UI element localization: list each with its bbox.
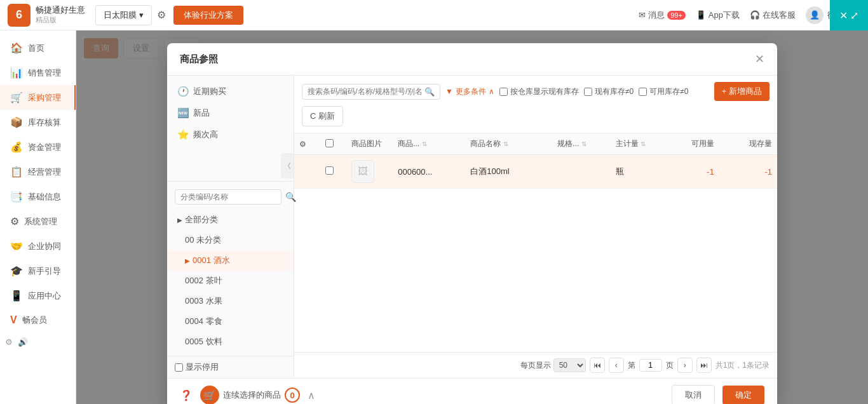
sidebar-item-enterprise[interactable]: 🤝 企业协同 — [0, 234, 76, 259]
filter-icon: ▼ — [445, 87, 453, 96]
th-spec[interactable]: 规格... ⇅ — [552, 133, 610, 155]
category-0003[interactable]: 0003 水果 — [167, 291, 294, 311]
th-stock: 现存量 — [719, 133, 777, 155]
guide-icon: 🎓 — [10, 265, 23, 277]
warehouse-checkbox[interactable] — [499, 88, 508, 96]
sidebar-item-basic[interactable]: 📑 基础信息 — [0, 184, 76, 209]
category-00-label: 00 未分类 — [185, 234, 221, 246]
table-row[interactable]: 🖼 000600... 白酒100ml 瓶 -1 — [294, 155, 777, 189]
sidebar-item-inventory[interactable]: 📦 库存核算 — [0, 110, 76, 135]
sidebar-item-purchase[interactable]: 🛒 采购管理 — [0, 85, 76, 110]
volume-icon[interactable]: 🔊 — [18, 337, 28, 347]
message-icon: ✉ — [639, 10, 646, 20]
sidebar-item-finance[interactable]: 💰 资金管理 — [0, 135, 76, 159]
th-check[interactable] — [320, 133, 346, 155]
category-0002[interactable]: 0002 茶叶 — [167, 271, 294, 291]
avail-nonzero-checkbox[interactable] — [639, 88, 647, 96]
category-0005[interactable]: 0005 饮料 — [167, 332, 294, 352]
sidebar-item-guide[interactable]: 🎓 新手引导 — [0, 259, 76, 283]
app-download-item[interactable]: 📱 App下载 — [696, 10, 740, 21]
th-name[interactable]: 商品名称 ⇅ — [465, 133, 552, 155]
category-00[interactable]: 00 未分类 — [167, 230, 294, 250]
cart-label: 连续选择的商品 — [223, 389, 281, 401]
cancel-button[interactable]: 取消 — [672, 385, 715, 404]
row-checkbox[interactable] — [325, 166, 334, 175]
last-page-button[interactable]: ⏭ — [696, 358, 712, 373]
select-all-checkbox[interactable] — [325, 139, 334, 147]
first-page-button[interactable]: ⏮ — [590, 358, 605, 373]
message-item[interactable]: ✉ 消息 99+ — [639, 10, 686, 21]
basic-icon: 📑 — [10, 191, 23, 203]
sales-icon: 📊 — [10, 67, 23, 79]
th-settings[interactable]: ⚙ — [294, 133, 320, 155]
nav-new[interactable]: 🆕 新品 — [167, 102, 294, 124]
logo-icon: 6 — [8, 4, 31, 27]
check-stock-nonzero[interactable]: 现有库存≠0 — [584, 86, 634, 97]
teal-expand-icon[interactable]: ⤢ — [850, 10, 858, 22]
collapse-area: 《 — [167, 151, 294, 178]
display-disabled-checkbox[interactable] — [175, 363, 183, 372]
sidebar-item-operations[interactable]: 📋 经营管理 — [0, 159, 76, 184]
settings-bottom-icon[interactable]: ⚙ — [5, 337, 13, 347]
new-icon: 🆕 — [177, 107, 189, 119]
footer-collapse-icon[interactable]: ∧ — [308, 389, 315, 401]
modal-overlay: 商品参照 ✕ 🕐 近期购买 🆕 — [76, 30, 868, 404]
sidebar-label-finance: 资金管理 — [28, 142, 61, 153]
refresh-button[interactable]: C 刷新 — [302, 106, 343, 126]
help-icon[interactable]: ❓ — [180, 389, 193, 401]
check-avail-nonzero[interactable]: 可用库存≠0 — [639, 86, 688, 97]
category-search-input[interactable] — [175, 189, 281, 205]
category-0001[interactable]: ▶ 0001 酒水 — [167, 250, 294, 271]
category-0001-label: 0001 酒水 — [193, 255, 230, 266]
sidebar-label-sales: 销售管理 — [28, 67, 61, 79]
sidebar-item-sales[interactable]: 📊 销售管理 — [0, 60, 76, 85]
row-stock: -1 — [719, 155, 777, 189]
page-label: 第 — [628, 360, 635, 371]
row-settings — [294, 155, 320, 189]
finance-icon: 💰 — [10, 141, 23, 153]
row-check[interactable] — [320, 155, 346, 189]
per-page-dropdown[interactable]: 50 100 200 — [553, 358, 586, 372]
nav-recent[interactable]: 🕐 近期购买 — [167, 81, 294, 102]
product-search-bar: 🔍 — [302, 84, 440, 100]
modal-close-button[interactable]: ✕ — [755, 52, 764, 66]
modal-title: 商品参照 — [180, 53, 218, 65]
sidebar-item-appstore[interactable]: 📱 应用中心 — [0, 283, 76, 308]
stock-nonzero-checkbox[interactable] — [584, 88, 592, 96]
sidebar-item-vip[interactable]: V 畅会员 — [0, 308, 76, 332]
next-page-button[interactable]: › — [677, 358, 693, 373]
sidebar-item-system[interactable]: ⚙ 系统管理 — [0, 209, 76, 234]
th-unit[interactable]: 主计量 ⇅ — [611, 133, 661, 155]
add-product-button[interactable]: + 新增商品 — [714, 82, 770, 101]
row-name: 白酒100ml — [465, 155, 552, 189]
modal-toolbar: 🔍 ▼ 更多条件 ∧ 按仓库显示现有库存 — [294, 76, 777, 133]
prev-page-button[interactable]: ‹ — [609, 358, 624, 373]
category-all[interactable]: ▶ 全部分类 — [167, 210, 294, 230]
page-number-input[interactable] — [639, 359, 662, 372]
cart-icon[interactable]: 🛒 — [200, 386, 219, 404]
product-search-input[interactable] — [308, 87, 422, 96]
frequent-icon: ⭐ — [177, 129, 189, 140]
modal-header: 商品参照 ✕ — [167, 43, 777, 76]
sidebar-label-enterprise: 企业协同 — [28, 241, 61, 252]
check-warehouse[interactable]: 按仓库显示现有库存 — [499, 86, 579, 97]
category-all-label: 全部分类 — [185, 214, 218, 226]
sidebar-item-home[interactable]: 🏠 首页 — [0, 36, 76, 60]
category-search-box: 🔍 — [167, 184, 294, 210]
sort-icon-unit: ⇅ — [641, 140, 646, 147]
confirm-button[interactable]: 确定 — [722, 386, 764, 404]
nav-dropdown[interactable]: 日太阳膜 ▾ — [95, 5, 152, 25]
category-0004[interactable]: 0004 零食 — [167, 311, 294, 332]
modal-pagination: 每页显示 50 100 200 ⏮ ‹ 第 页 — [294, 352, 777, 378]
filter-button[interactable]: ▼ 更多条件 ∧ — [445, 86, 494, 97]
sidebar-label-basic: 基础信息 — [28, 191, 61, 203]
th-code[interactable]: 商品... ⇅ — [393, 133, 465, 155]
category-0005-label: 0005 饮料 — [185, 336, 222, 347]
exp-button[interactable]: 体验行业方案 — [173, 6, 243, 25]
gear-icon[interactable]: ⚙ — [157, 9, 166, 21]
online-service-item[interactable]: 🎧 在线客服 — [750, 10, 796, 21]
collapse-button[interactable]: 《 — [281, 153, 294, 178]
nav-frequent[interactable]: ⭐ 频次高 — [167, 124, 294, 145]
category-0003-label: 0003 水果 — [185, 295, 222, 307]
teal-close-icon[interactable]: ✕ — [839, 10, 848, 22]
